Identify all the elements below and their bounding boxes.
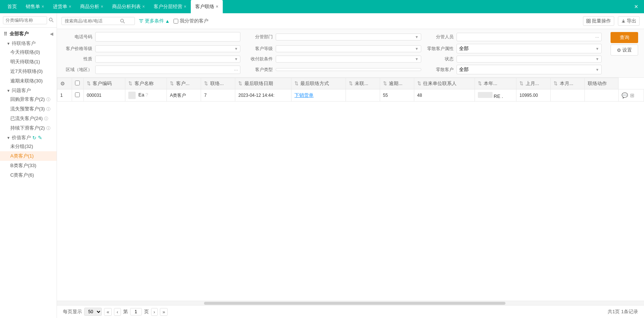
col-last-month[interactable]: ⇅ 上月... [516,78,551,89]
settings-gear-icon[interactable]: ⚙ [60,81,65,86]
sidebar-item-unclassified[interactable]: 未分组(32) [0,142,57,151]
col-gear[interactable]: ⚙ [57,78,72,89]
my-customers-check[interactable] [173,19,178,24]
manager-select[interactable]: ··· [457,33,602,41]
page-size-select[interactable]: 50 [84,308,102,316]
nav-home[interactable]: 首页 [3,0,21,13]
sidebar-problem-label[interactable]: ▼ 问题客户 [0,86,57,95]
sidebar-item-lost[interactable]: 已流失客户(24) ⓘ [0,114,57,123]
search-input[interactable] [65,18,120,24]
sidebar: ⠿ 全部客户 ◀ ▼ 待联络客户 今天待联络(0) 明天待联络(1) 近7天待联… [0,13,57,318]
cell-action-icons: 💬 ⊞ [618,89,644,102]
my-customers-checkbox[interactable]: 我分管的客户 [173,18,208,24]
sidebar-search-input[interactable] [3,16,47,24]
col-overdue[interactable]: ⇅ 逾期... [380,78,414,89]
nav-tab-analysis[interactable]: 商品分析 × [76,0,108,13]
customer-type-select[interactable] [276,68,421,71]
col-name[interactable]: ⇅ 客户名称 [125,78,167,89]
phone-input[interactable] [95,32,240,42]
last-page-btn[interactable]: » [160,308,168,316]
nav-tab-customer-mgmt[interactable]: 客户分层经营 × [149,0,191,13]
status-select[interactable]: ▼ [457,56,602,63]
filter-retail-attr: 零散客户属性 全部 ▼ [424,44,602,53]
region-select[interactable]: ··· [95,66,240,74]
next-page-btn[interactable]: › [151,308,158,316]
nav-close-analysis-list[interactable]: × [142,4,145,9]
nav-tab-customer-contact[interactable]: 客户联络 × [191,0,223,13]
first-page-btn[interactable]: « [104,308,112,316]
col-contacts[interactable]: ⇅ 联络... [201,78,235,89]
info-icon-declining: ⓘ [46,126,50,131]
col-not-contact[interactable]: ⇅ 未联... [346,78,380,89]
refresh-value-icon[interactable]: ↻ [32,135,36,141]
sidebar-item-lostwarning[interactable]: 流失预警客户(3) ⓘ [0,104,57,114]
info-icon-abnormal: ⓘ [46,97,50,102]
customer-table: ⚙ ⇅ 客户编码 ⇅ 客户名称 [57,78,644,102]
col-grade[interactable]: ⇅ 客户... [167,78,201,89]
prev-page-btn[interactable]: ‹ [114,308,121,316]
sidebar-search-icon[interactable] [49,17,54,24]
scrollbar-thumb[interactable] [204,302,505,305]
sidebar-item-b-class[interactable]: B类客户(33) [0,161,57,170]
query-buttons: 查询 ⚙ 设置 [611,32,638,74]
col-this-year[interactable]: ⇅ 本年... [475,78,516,89]
sidebar-item-tomorrow[interactable]: 明天待联络(1) [0,57,57,67]
nav-close-purchase[interactable]: × [69,4,71,9]
nav-close-customer-contact[interactable]: × [216,4,218,9]
cell-name: Ea ? [125,89,167,102]
nav-tab-sales[interactable]: 销售单 × [21,0,49,13]
sidebar-item-abnormal[interactable]: 回购异常客户(2) ⓘ [0,95,57,104]
nav-close-sales[interactable]: × [42,4,44,9]
status-chevron: ▼ [595,57,599,61]
sidebar-all-customers[interactable]: ⠿ 全部客户 ◀ [0,28,57,39]
query-button[interactable]: 查询 [611,32,638,43]
payment-select[interactable]: ▼ [276,56,421,63]
sidebar-item-c-class[interactable]: C类客户(6) [0,170,57,180]
sidebar-value-label[interactable]: ▼ 价值客户 ↻ ✎ [0,133,57,142]
more-conditions-btn[interactable]: 更多条件 ▲ [139,18,170,24]
nav-close-analysis[interactable]: × [101,4,103,9]
export-icon [621,19,626,23]
retail-attr-select[interactable]: 全部 ▼ [457,44,602,53]
info-icon-lost2: ⓘ [44,116,48,121]
qrcode-icon[interactable]: ⊞ [630,92,634,98]
nav-close-customer-mgmt[interactable]: × [184,4,186,9]
search-icon[interactable] [120,18,125,24]
chat-icon[interactable]: 💬 [622,92,628,98]
price-grade-select[interactable]: ▼ [95,45,240,52]
col-this-month[interactable]: ⇅ 本月... [551,78,585,89]
triangle-icon2: ▼ [7,89,10,93]
svg-line-1 [52,21,54,22]
filter-bar: 更多条件 ▲ 我分管的客户 批量操作 [57,13,644,29]
filter-row-2: 客户价格等级 ▼ 客户等级 ▼ [63,44,602,53]
row-checkbox[interactable] [75,92,80,97]
sidebar-item-today[interactable]: 今天待联络(0) [0,47,57,57]
col-contact-person[interactable]: ⇅ 往来单位联系人 [414,78,475,89]
grade-select[interactable]: ▼ [276,45,421,52]
horizontal-scrollbar[interactable] [57,301,644,305]
batch-op-btn[interactable]: 批量操作 [583,16,614,26]
sidebar-item-a-class[interactable]: A类客户(1) [0,151,57,161]
settings-button[interactable]: ⚙ 设置 [611,45,638,56]
cell-overdue: 55 [380,89,414,102]
dept-select[interactable]: ▼ [276,33,421,40]
sort-icon-grade: ⇅ [170,81,174,86]
window-close-button[interactable]: × [631,3,641,11]
nature-select[interactable]: ▼ [95,56,240,63]
last-method-link[interactable]: 下销货单 [294,92,314,98]
customer-avatar [128,92,136,99]
select-all-checkbox[interactable] [75,81,80,85]
col-last-date[interactable]: ⇅ 最后联络日期 [235,78,291,89]
col-code[interactable]: ⇅ 客户编码 [84,78,125,89]
sidebar-item-declining[interactable]: 持续下滑客户(2) ⓘ [0,123,57,133]
edit-value-icon[interactable]: ✎ [38,135,42,141]
col-last-method[interactable]: ⇅ 最后联络方式 [291,78,346,89]
retail-customer-select[interactable]: 全部 ▼ [457,65,602,74]
sidebar-item-7days[interactable]: 近7天待联络(0) [0,67,57,76]
sidebar-pending-label[interactable]: ▼ 待联络客户 [0,39,57,47]
nav-tab-analysis-list[interactable]: 商品分析列表 × [108,0,149,13]
page-number-input[interactable] [130,308,142,315]
sidebar-item-overdue[interactable]: 逾期未联络(30) [0,76,57,86]
nav-tab-purchase[interactable]: 进货单 × [49,0,76,13]
export-btn[interactable]: 导出 [618,16,640,26]
